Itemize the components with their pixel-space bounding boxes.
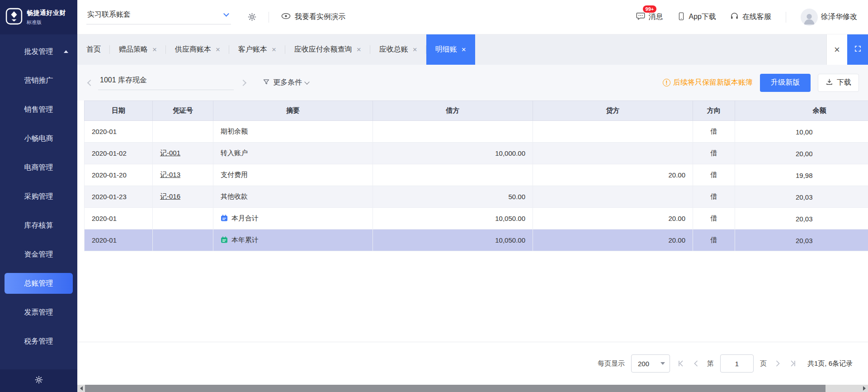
- prev-page-button[interactable]: [692, 359, 701, 368]
- user-name: 徐泽华修改: [821, 12, 857, 22]
- sidebar-item-ecommerce[interactable]: 电商管理: [0, 153, 77, 182]
- sidebar-item-wholesale[interactable]: 批发管理: [0, 37, 77, 66]
- tab-close-icon[interactable]: [216, 46, 220, 53]
- next-page-button[interactable]: [773, 359, 782, 368]
- download-button[interactable]: 下载: [818, 74, 859, 92]
- header-summary[interactable]: 摘要: [213, 101, 373, 121]
- sidebar-item-xiaochang-ecommerce[interactable]: 小畅电商: [0, 124, 77, 153]
- account-set-dropdown[interactable]: 实习联系账套: [86, 10, 231, 24]
- tab-close-icon[interactable]: [462, 46, 466, 53]
- demo-link[interactable]: 我要看实例演示: [281, 11, 345, 23]
- voucher-link[interactable]: 记-001: [160, 149, 180, 157]
- header-direction[interactable]: 方向: [693, 101, 735, 121]
- cell-balance: 19,980.00: [735, 164, 868, 186]
- ledger-toolbar: 1001 库存现金 更多条件 后续将只保留新版本账簿 升级新版: [77, 65, 868, 100]
- content-area: 1001 库存现金 更多条件 后续将只保留新版本账簿 升级新版: [77, 65, 868, 392]
- cell-direction: 借: [693, 186, 735, 208]
- first-page-button[interactable]: [676, 359, 685, 368]
- header-voucher-no[interactable]: 凭证号: [153, 101, 213, 121]
- table-row[interactable]: 2020-01-02 记-001 转入账户 10,000.00 借 20,000…: [85, 143, 868, 164]
- table-row-yearly-total[interactable]: 2020-01 本年累计 10,050.00 20.00 借 20,030.00: [85, 229, 868, 251]
- table-row[interactable]: 2020-01-23 记-016 其他收款 50.00 借 20,030.00: [85, 186, 868, 208]
- cell-credit: 20.00: [533, 164, 693, 186]
- last-page-button[interactable]: [788, 359, 797, 368]
- sidebar-item-inventory[interactable]: 库存核算: [0, 211, 77, 240]
- cell-debit: [373, 121, 533, 143]
- tab-close-icon[interactable]: [357, 46, 361, 53]
- brand-edition: 标准版: [27, 19, 66, 26]
- ledger-table-viewport: 日期 凭证号 摘要 借方 贷方 方向 余额 2020-01: [84, 100, 868, 251]
- tab-ar-ap-balance-query[interactable]: 应收应付余额查询: [285, 34, 370, 65]
- cell-balance: 20,030.00: [735, 208, 868, 229]
- sidebar-item-marketing[interactable]: 营销推广: [0, 66, 77, 95]
- per-page-select[interactable]: 200: [631, 354, 670, 373]
- fullscreen-icon: [854, 45, 861, 54]
- sidebar: 畅捷通好业财 标准版 批发管理 营销推广 销售管理 小畅电商 电商管理 采购管理…: [0, 0, 77, 392]
- warning-icon: [663, 79, 670, 86]
- header-balance[interactable]: 余额: [735, 101, 868, 121]
- scroll-right-arrow[interactable]: [860, 385, 868, 392]
- cell-balance: 10,000.00: [735, 121, 868, 143]
- tab-gift-policy[interactable]: 赠品策略: [110, 34, 166, 65]
- table-header-row: 日期 凭证号 摘要 借方 贷方 方向 余额: [85, 101, 868, 121]
- sidebar-item-funds[interactable]: 资金管理: [0, 240, 77, 269]
- cell-credit: 20.00: [533, 208, 693, 229]
- brand-logo: 畅捷通好业财 标准版: [0, 0, 77, 34]
- current-account-title[interactable]: 1001 库存现金: [98, 76, 234, 90]
- cell-credit: [533, 186, 693, 208]
- tab-supplier-ledger[interactable]: 供应商账本: [166, 34, 229, 65]
- sidebar-item-general-ledger[interactable]: 总账管理: [5, 273, 73, 294]
- tab-detail-ledger[interactable]: 明细账: [426, 34, 475, 65]
- brand-logo-icon: [5, 8, 23, 27]
- upgrade-button[interactable]: 升级新版: [760, 74, 811, 92]
- tab-customer-ledger[interactable]: 客户账本: [229, 34, 285, 65]
- phone-icon: [677, 12, 686, 23]
- scrollbar-track[interactable]: [85, 385, 860, 392]
- cell-summary: 转入账户: [213, 143, 373, 164]
- table-row[interactable]: 2020-01-20 记-013 支付费用 20.00 借 19,980.00: [85, 164, 868, 186]
- sidebar-item-sales[interactable]: 销售管理: [0, 95, 77, 124]
- online-service-button[interactable]: 在线客服: [730, 11, 771, 23]
- header-debit[interactable]: 借方: [373, 101, 533, 121]
- sidebar-item-purchase[interactable]: 采购管理: [0, 182, 77, 211]
- app-download-button[interactable]: App下载: [677, 12, 716, 23]
- chevron-down-icon: [660, 362, 665, 365]
- header-credit[interactable]: 贷方: [533, 101, 693, 121]
- sidebar-settings-button[interactable]: [0, 369, 77, 392]
- tab-ar-summary-ledger[interactable]: 应收总账: [370, 34, 426, 65]
- cell-debit: [373, 164, 533, 186]
- tab-home[interactable]: 首页: [77, 34, 110, 65]
- cell-voucher: [153, 229, 213, 251]
- chat-bubble-icon: [636, 11, 646, 23]
- tab-close-icon[interactable]: [413, 46, 417, 53]
- next-account-button[interactable]: [240, 79, 246, 86]
- sidebar-item-invoice[interactable]: 发票管理: [0, 298, 77, 327]
- voucher-link[interactable]: 记-016: [160, 192, 180, 200]
- cell-balance: 20,030.00: [735, 229, 868, 251]
- header-date[interactable]: 日期: [85, 101, 153, 121]
- close-all-tabs-button[interactable]: [826, 34, 847, 65]
- cell-credit: [533, 143, 693, 164]
- prev-account-button[interactable]: [87, 79, 94, 86]
- upgrade-notice: 后续将只保留新版本账簿: [663, 78, 753, 87]
- fullscreen-button[interactable]: [847, 34, 868, 65]
- page-number-input[interactable]: [720, 354, 754, 373]
- records-summary: 共1页, 6条记录: [807, 359, 853, 368]
- user-menu[interactable]: 徐泽华修改: [801, 9, 857, 26]
- scrollbar-thumb[interactable]: [85, 385, 826, 392]
- scroll-left-arrow[interactable]: [77, 385, 85, 392]
- voucher-link[interactable]: 记-013: [160, 171, 180, 178]
- messages-button[interactable]: 消息 99+: [636, 11, 663, 23]
- more-filters-button[interactable]: 更多条件: [263, 78, 309, 87]
- table-row-monthly-total[interactable]: 2020-01 本月合计 10,050.00 20.00 借 20,030.00: [85, 208, 868, 229]
- sidebar-item-tax[interactable]: 税务管理: [0, 327, 77, 356]
- horizontal-scrollbar[interactable]: [77, 385, 868, 392]
- cell-summary: 本月合计: [213, 208, 373, 229]
- account-set-name: 实习联系账套: [87, 10, 131, 19]
- tab-close-icon[interactable]: [152, 46, 157, 53]
- settings-gear-button[interactable]: [247, 12, 257, 22]
- table-row[interactable]: 2020-01 期初余额 借 10,000.00: [85, 121, 868, 143]
- ledger-table: 日期 凭证号 摘要 借方 贷方 方向 余额 2020-01: [84, 100, 868, 251]
- tab-close-icon[interactable]: [272, 46, 276, 53]
- cell-voucher: [153, 121, 213, 143]
